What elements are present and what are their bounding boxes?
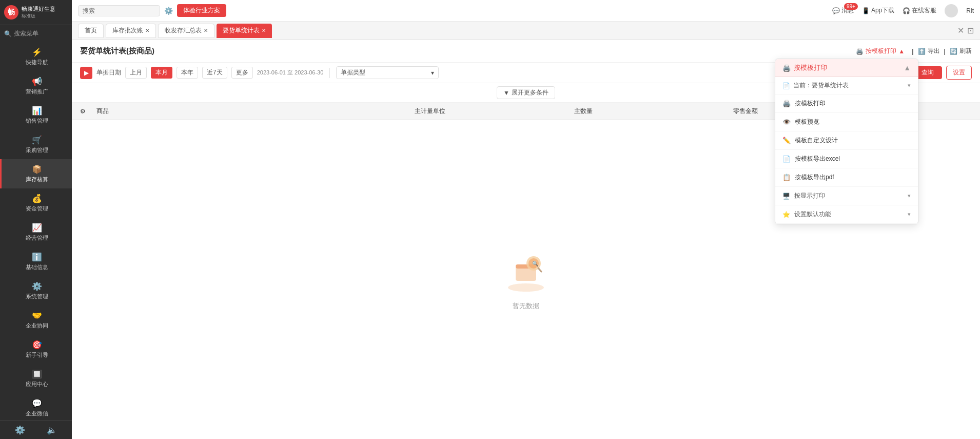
date-btn-this-year[interactable]: 本年 xyxy=(177,67,198,79)
app-name: 畅康通好生意 xyxy=(22,5,55,12)
table-col-unit: 主计量单位 xyxy=(415,107,574,116)
message-badge[interactable]: 💬 消息 99+ xyxy=(832,6,854,15)
expand-more-button[interactable]: ▼ 展开更多条件 xyxy=(497,86,555,99)
sales-icon: 📊 xyxy=(32,106,42,116)
tab-collect-summary-close[interactable]: ✕ xyxy=(204,28,208,33)
dropdown-current-left: 📄 当前：要货单统计表 xyxy=(782,81,849,90)
toolbar-divider-2: | xyxy=(944,47,946,55)
table-col-product: 商品 xyxy=(96,107,415,116)
sidebar-label-quick-nav: 快捷导航 xyxy=(26,59,48,66)
online-service-badge[interactable]: 🎧 在线客服 xyxy=(903,6,936,15)
system-icon: ⚙️ xyxy=(32,281,42,291)
refresh-icon: 🔄 xyxy=(950,48,957,55)
dropdown-template-custom[interactable]: ✏️ 模板自定义设计 xyxy=(775,131,918,150)
template-preview-icon: 👁️ xyxy=(782,118,791,126)
type-select[interactable]: 单据类型 ▾ xyxy=(336,66,439,79)
topbar-right: 💬 消息 99+ 📱 App下载 🎧 在线客服 Rit xyxy=(832,4,974,17)
date-range: 2023-06-01 至 2023-06-30 xyxy=(257,69,324,77)
sidebar-item-inventory[interactable]: 📦 库存核算 xyxy=(0,159,72,188)
sound-icon[interactable]: 🔈 xyxy=(47,425,57,435)
dropdown-export-pdf[interactable]: 📋 按模板导出pdf xyxy=(775,168,918,187)
dropdown-printer-icon: 🖨️ xyxy=(782,64,791,72)
page-top-buttons: 🖨️ 按模板打印 ▲ | ⬆️ 导出 | 🔄 刷新 xyxy=(853,45,972,57)
purchase-icon: 🛒 xyxy=(32,135,42,145)
sidebar-label-newbie: 新手引导 xyxy=(26,351,48,359)
toolbar-divider-1: | xyxy=(912,47,913,55)
tab-order-stats[interactable]: 要货单统计表 ✕ xyxy=(217,24,272,38)
trial-button[interactable]: 体验行业方案 xyxy=(177,4,226,17)
export-button[interactable]: ⬆️ 导出 xyxy=(918,47,940,55)
tab-inventory-batch-label: 库存批次账 xyxy=(112,26,143,35)
date-btn-7days[interactable]: 近7天 xyxy=(202,67,227,79)
sidebar-item-app-center[interactable]: 🔲 应用中心 xyxy=(0,364,72,393)
template-print-label: 按模板打印 xyxy=(795,99,826,108)
dropdown-display-print[interactable]: 🖥️ 按显示打印 ▾ xyxy=(775,187,918,205)
app-download-label: App下载 xyxy=(871,6,894,15)
current-template-icon: 📄 xyxy=(782,82,790,89)
sidebar-item-finance[interactable]: 💰 资金管理 xyxy=(0,188,72,218)
display-print-left: 🖥️ 按显示打印 xyxy=(782,192,825,200)
date-btn-this-month[interactable]: 本月 xyxy=(151,67,172,79)
tab-collect-summary[interactable]: 收发存汇总表 ✕ xyxy=(158,24,214,38)
filter-expand-btn[interactable]: ▶ xyxy=(80,67,92,79)
print-button[interactable]: 🖨️ 按模板打印 ▲ xyxy=(853,45,908,57)
sidebar-item-corp-wechat[interactable]: 💬 企业微信 xyxy=(0,393,72,421)
type-select-label: 单据类型 xyxy=(341,68,365,77)
sidebar-label-system: 系统管理 xyxy=(26,293,48,300)
svg-text:🔍: 🔍 xyxy=(532,260,539,267)
tab-inventory-batch[interactable]: 库存批次账 ✕ xyxy=(106,24,156,38)
tab-home[interactable]: 首页 xyxy=(78,24,104,38)
date-btn-last-month[interactable]: 上月 xyxy=(125,67,147,79)
sidebar-item-newbie[interactable]: 🎯 新手引导 xyxy=(0,335,72,364)
tab-order-stats-close[interactable]: ✕ xyxy=(262,28,266,33)
sidebar-search[interactable]: 🔍 搜索菜单 xyxy=(0,25,72,42)
dropdown-export-excel[interactable]: 📄 按模板导出excel xyxy=(775,150,918,168)
settings-bottom-icon[interactable]: ⚙️ xyxy=(15,425,25,435)
export-pdf-icon: 📋 xyxy=(782,174,791,181)
printer-icon: 🖨️ xyxy=(856,48,864,55)
sidebar-label-app-center: 应用中心 xyxy=(26,380,48,388)
sidebar-item-purchase[interactable]: 🛒 采购管理 xyxy=(0,130,72,159)
export-excel-label: 按模板导出excel xyxy=(795,155,840,163)
app-version: 标准版 xyxy=(22,13,55,20)
app-center-icon: 🔲 xyxy=(32,369,42,379)
tab-expand-icon[interactable]: ⊡ xyxy=(967,26,974,35)
dropdown-template-preview[interactable]: 👁️ 模板预览 xyxy=(775,113,918,131)
topbar-gear-icon[interactable]: ⚙️ xyxy=(164,7,173,15)
sidebar-item-sales[interactable]: 📊 销售管理 xyxy=(0,101,72,130)
dropdown-set-default[interactable]: ⭐ 设置默认功能 ▾ xyxy=(775,205,918,224)
settings-button[interactable]: 设置 xyxy=(946,66,972,80)
template-custom-label: 模板自定义设计 xyxy=(795,136,838,145)
template-print-icon: 🖨️ xyxy=(782,100,791,107)
user-avatar[interactable] xyxy=(945,4,958,17)
content-area: 要货单统计表(按商品) 🖨️ 按模板打印 ▲ | ⬆️ 导出 | 🔄 刷新 xyxy=(72,40,980,439)
sidebar-item-quick-nav[interactable]: ⚡ 快捷导航 xyxy=(0,42,72,71)
sidebar-item-collab[interactable]: 🤝 企业协同 xyxy=(0,306,72,335)
tab-bar-end: ✕ ⊡ xyxy=(957,26,974,35)
dropdown-current-item[interactable]: 📄 当前：要货单统计表 ▾ xyxy=(775,77,918,94)
app-download-badge[interactable]: 📱 App下载 xyxy=(862,6,894,15)
dropdown-template-print[interactable]: 🖨️ 按模板打印 xyxy=(775,94,918,113)
filter-divider xyxy=(329,68,330,78)
sidebar-label-sales: 销售管理 xyxy=(26,117,48,125)
page-title: 要货单统计表(按商品) xyxy=(80,46,154,56)
table-col-settings[interactable]: ⚙ xyxy=(80,108,96,115)
table-col-qty: 主数量 xyxy=(574,107,733,116)
sidebar-logo: 畅 畅康通好生意 标准版 xyxy=(0,0,72,25)
refresh-button[interactable]: 🔄 刷新 xyxy=(950,47,972,55)
sidebar-item-basic-info[interactable]: ℹ️ 基础信息 xyxy=(0,247,72,276)
sidebar-item-marketing[interactable]: 📢 营销推广 xyxy=(0,71,72,101)
tab-collect-summary-label: 收发存汇总表 xyxy=(165,26,202,35)
topbar-search-input[interactable] xyxy=(78,5,160,16)
tab-inventory-batch-close[interactable]: ✕ xyxy=(145,28,149,33)
tab-close-icon[interactable]: ✕ xyxy=(957,26,964,35)
dropdown-close-icon[interactable]: ▲ xyxy=(904,64,911,72)
sidebar-item-operation[interactable]: 📈 经营管理 xyxy=(0,218,72,247)
search-label: 搜索菜单 xyxy=(14,29,38,38)
sidebar-item-system[interactable]: ⚙️ 系统管理 xyxy=(0,276,72,306)
tab-home-label: 首页 xyxy=(85,26,97,35)
online-service-label: 在线客服 xyxy=(912,6,936,15)
basic-info-icon: ℹ️ xyxy=(32,252,42,262)
sidebar-bottom: ⚙️ 🔈 xyxy=(0,421,72,439)
date-btn-more[interactable]: 更多 xyxy=(231,67,253,79)
